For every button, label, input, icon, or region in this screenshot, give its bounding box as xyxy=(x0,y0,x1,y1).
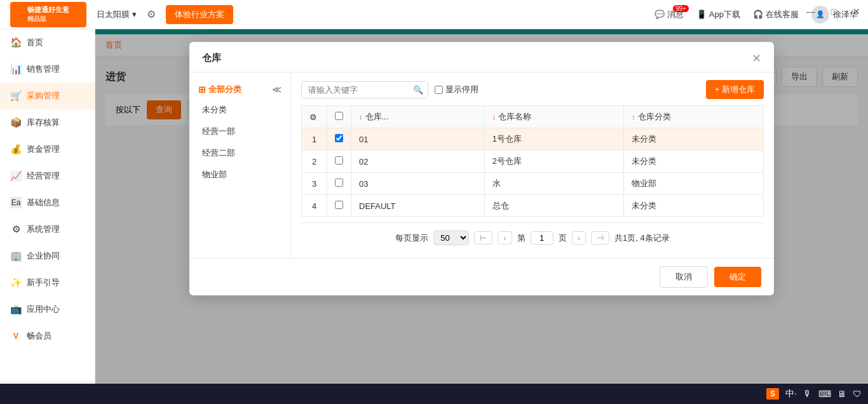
show-disabled-checkbox[interactable] xyxy=(435,86,443,94)
sidebar-label-purchase: 采购管理 xyxy=(27,90,60,102)
cancel-button[interactable]: 取消 xyxy=(660,266,708,288)
sidebar-item-membership[interactable]: V 畅会员 xyxy=(0,323,95,349)
sort-icon-category: ↕ xyxy=(632,113,635,121)
store-name: 日太阳膜 xyxy=(97,9,130,20)
confirm-button[interactable]: 确定 xyxy=(714,267,761,287)
sidebar-label-inventory: 库存核算 xyxy=(27,117,60,128)
row-checkbox-cell[interactable] xyxy=(327,195,351,217)
first-page-button[interactable]: ⊢ xyxy=(474,231,492,245)
table-row[interactable]: 1 01 1号仓库 未分类 xyxy=(302,128,764,151)
search-icon[interactable]: 🔍 xyxy=(413,85,423,95)
modal-category-ops2[interactable]: 经营二部 xyxy=(189,142,290,164)
row-name: 总仓 xyxy=(484,195,624,217)
sidebar-item-app-center[interactable]: 📺 应用中心 xyxy=(0,296,95,323)
row-checkbox[interactable] xyxy=(335,134,343,142)
customer-service-label: 在线客服 xyxy=(766,9,799,20)
minimize-button[interactable]: — xyxy=(799,0,822,23)
row-name: 1号仓库 xyxy=(484,128,624,151)
sidebar-item-home[interactable]: 🏠 首页 xyxy=(0,29,95,56)
finance-icon: 💰 xyxy=(10,144,22,155)
top-navigation: 畅捷通好生意 精品版 日太阳膜 ▾ ⚙ 体验行业方案 💬 消息 99+ 📱 Ap… xyxy=(0,0,868,29)
sidebar-item-purchase[interactable]: 🛒 采购管理 xyxy=(0,83,95,109)
enterprise-icon: 🏢 xyxy=(10,250,22,262)
modal-main: 🔍 显示停用 + 新增仓库 xyxy=(291,72,774,258)
row-checkbox[interactable] xyxy=(335,178,343,187)
sidebar: 🏠 首页 📊 销售管理 🛒 采购管理 📦 库存核算 💰 资金管理 📈 经营管理 … xyxy=(0,29,95,404)
logo-main-text: 畅捷通好生意 xyxy=(27,5,69,15)
select-all-checkbox[interactable] xyxy=(335,112,343,120)
last-page-button[interactable]: ⊣ xyxy=(591,231,609,245)
sidebar-item-inventory[interactable]: 📦 库存核算 xyxy=(0,109,95,136)
row-checkbox-cell[interactable] xyxy=(327,173,351,195)
messages-button[interactable]: 💬 消息 99+ xyxy=(654,9,684,20)
microphone-icon[interactable]: 🎙 xyxy=(803,389,812,399)
collapse-sidebar-button[interactable]: ≪ xyxy=(272,84,281,95)
trial-button[interactable]: 体验行业方案 xyxy=(166,5,233,24)
show-disabled-label[interactable]: 显示停用 xyxy=(435,84,478,95)
sidebar-item-guide[interactable]: ✨ 新手引导 xyxy=(0,269,95,296)
app-center-icon: 📺 xyxy=(10,304,22,315)
table-row[interactable]: 4 DEFAULT 总仓 未分类 xyxy=(302,195,764,217)
table-row[interactable]: 2 02 2号仓库 未分类 xyxy=(302,151,764,173)
sidebar-label-operations: 经营管理 xyxy=(27,170,60,182)
sidebar-label-membership: 畅会员 xyxy=(27,330,51,342)
app-logo: 畅捷通好生意 精品版 xyxy=(10,2,86,27)
sidebar-item-operations[interactable]: 📈 经营管理 xyxy=(0,163,95,189)
page-size-select[interactable]: 50 100 200 xyxy=(433,231,469,245)
maximize-button[interactable]: □ xyxy=(822,0,845,23)
table-container: ⚙ ↕ 仓库... xyxy=(301,105,764,217)
store-selector[interactable]: 日太阳膜 ▾ xyxy=(97,9,139,20)
row-code: 02 xyxy=(351,151,485,173)
grid-icon: ⊞ xyxy=(198,84,206,95)
sidebar-label-enterprise: 企业协同 xyxy=(27,250,60,262)
window-close-button[interactable]: ✕ xyxy=(845,0,868,23)
modal-category-property[interactable]: 物业部 xyxy=(189,164,290,185)
customer-service-button[interactable]: 🎧 在线客服 xyxy=(753,9,799,20)
sidebar-item-enterprise[interactable]: 🏢 企业协同 xyxy=(0,243,95,269)
bottom-logo: S xyxy=(766,388,779,400)
chinese-input-indicator: 中· xyxy=(785,388,797,400)
modal-header: 仓库 ✕ xyxy=(189,42,774,72)
table-row[interactable]: 3 03 水 物业部 xyxy=(302,173,764,195)
th-name: ↕ 仓库名称 xyxy=(484,106,624,128)
modal-overlay: 仓库 ✕ ⊞ 全部分类 ≪ xyxy=(95,29,868,404)
app-download-button[interactable]: 📱 App下载 xyxy=(696,9,740,20)
row-num: 3 xyxy=(302,173,327,195)
modal-category-unclassified[interactable]: 未分类 xyxy=(189,99,290,121)
guide-icon: ✨ xyxy=(10,277,22,288)
row-num: 1 xyxy=(302,128,327,151)
sidebar-item-basic-info[interactable]: Ea 基础信息 xyxy=(0,189,95,216)
modal-body: ⊞ 全部分类 ≪ 未分类 经营一部 经营二部 xyxy=(189,72,774,258)
sidebar-item-finance[interactable]: 💰 资金管理 xyxy=(0,136,95,163)
current-page-input[interactable] xyxy=(531,231,553,245)
keyboard-icon[interactable]: ⌨ xyxy=(818,389,831,399)
sales-icon: 📊 xyxy=(10,64,22,75)
headphone-icon: 🎧 xyxy=(753,10,763,19)
modal-category-ops1[interactable]: 经营一部 xyxy=(189,121,290,142)
sidebar-item-sales[interactable]: 📊 销售管理 xyxy=(0,56,95,83)
prev-page-button[interactable]: ‹ xyxy=(498,231,512,245)
row-checkbox-cell[interactable] xyxy=(327,128,351,151)
page-label: 第 xyxy=(517,232,526,244)
store-dropdown-icon: ▾ xyxy=(132,10,137,19)
pagination-bar: 每页显示 50 100 200 ⊢ ‹ 第 页 › xyxy=(301,222,764,250)
search-wrap: 🔍 xyxy=(301,81,428,98)
row-category: 物业部 xyxy=(624,173,764,195)
modal-sidebar: ⊞ 全部分类 ≪ 未分类 经营一部 经营二部 xyxy=(189,72,291,258)
row-code: 03 xyxy=(351,173,485,195)
row-name: 水 xyxy=(484,173,624,195)
shield-icon[interactable]: 🛡 xyxy=(853,389,862,399)
sort-icon-code: ↕ xyxy=(359,113,363,121)
row-checkbox[interactable] xyxy=(335,201,343,209)
sidebar-label-sales: 销售管理 xyxy=(27,64,60,75)
warehouse-search-input[interactable] xyxy=(301,81,428,98)
row-checkbox-cell[interactable] xyxy=(327,151,351,173)
sidebar-item-system[interactable]: ⚙ 系统管理 xyxy=(0,216,95,243)
row-checkbox[interactable] xyxy=(335,156,343,165)
display-icon[interactable]: 🖥 xyxy=(837,389,846,399)
next-page-button[interactable]: › xyxy=(572,231,586,245)
th-category: ↕ 仓库分类 xyxy=(624,106,764,128)
modal-close-button[interactable]: ✕ xyxy=(752,53,761,64)
settings-icon[interactable]: ⚙ xyxy=(147,8,156,20)
add-warehouse-button[interactable]: + 新增仓库 xyxy=(706,80,764,99)
